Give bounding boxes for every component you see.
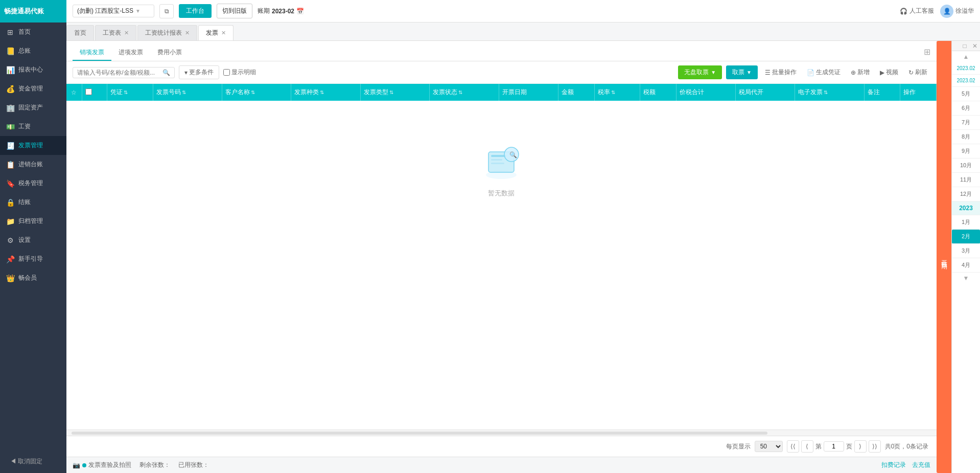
col-电子发票[interactable]: 电子发票⇅	[795, 84, 864, 101]
month-2023-4[interactable]: 4月	[952, 258, 980, 273]
month-7[interactable]: 7月	[952, 116, 980, 130]
sidebar-item-archive[interactable]: 📁归档管理	[0, 212, 66, 231]
calendar-icon[interactable]: 📅	[296, 8, 304, 15]
sidebar-item-purchase[interactable]: 📋进销台账	[0, 155, 66, 174]
next-page-btn[interactable]: ⟩	[854, 440, 867, 453]
page-input[interactable]	[824, 441, 844, 452]
page-total: 共0页，0条记录	[885, 442, 928, 451]
home-icon: ⊞	[6, 28, 14, 36]
company-selector[interactable]: (勿删) 江西股宝-LSS ▼	[73, 5, 154, 17]
archive-icon: 📁	[6, 217, 14, 226]
col-凭证[interactable]: 凭证⇅	[107, 84, 153, 101]
fee-record-link[interactable]: 扣费记录	[881, 461, 906, 469]
tab-工资统计报表[interactable]: 工资统计报表✕	[137, 25, 197, 40]
copy-btn[interactable]: ⧉	[159, 4, 174, 18]
logo-text: 畅捷通易代账	[4, 7, 44, 16]
workbench-button[interactable]: 工作台	[179, 4, 212, 18]
tab-close-icon[interactable]: ✕	[185, 30, 190, 36]
month-8[interactable]: 8月	[952, 130, 980, 144]
batch-op-btn[interactable]: ☰ 批量操作	[762, 66, 800, 79]
tab-close-icon[interactable]: ✕	[221, 30, 226, 36]
used-label: 已用张数：	[178, 461, 209, 469]
new-icon: ⊕	[851, 69, 856, 76]
col-发票类型[interactable]: 发票类型⇅	[360, 84, 429, 101]
col-发票状态[interactable]: 发票状态⇅	[430, 84, 499, 101]
prev-page-btn[interactable]: ⟨	[801, 440, 813, 453]
no-reconcile-btn[interactable]: 无盘取票 ▼	[678, 65, 722, 79]
month-5[interactable]: 5月	[952, 87, 980, 101]
month-2023-3[interactable]: 3月	[952, 244, 980, 258]
maximize-icon[interactable]: □	[960, 41, 970, 51]
month-9[interactable]: 9月	[952, 144, 980, 159]
date-entry-2[interactable]: 2023.02	[952, 75, 980, 87]
avatar: 👤	[940, 5, 953, 18]
recharge-link[interactable]: 去充值	[912, 461, 930, 469]
tab-发票[interactable]: 发票✕	[198, 25, 234, 40]
sidebar-item-home[interactable]: ⊞首页	[0, 22, 66, 41]
period-info: 账期 2023-02 📅	[258, 7, 304, 15]
pin-sidebar-btn[interactable]: ◀ 取消固定	[4, 454, 62, 469]
scroll-up-btn[interactable]: ▲	[952, 51, 980, 62]
filter-icon: ▾	[184, 69, 188, 76]
filter-btn[interactable]: ▾ 更多条件	[179, 65, 219, 79]
tab-工资表[interactable]: 工资表✕	[95, 25, 136, 40]
sidebar-item-closing[interactable]: 🔒结账	[0, 193, 66, 212]
pagination: 每页显示 102050100 ⟨⟨ ⟨ 第 页 ⟩ ⟩⟩ 共0页，0条记录	[66, 436, 937, 457]
sidebar-item-settings[interactable]: ⚙设置	[0, 231, 66, 250]
tab-首页[interactable]: 首页	[66, 25, 94, 40]
filter-label: 更多条件	[189, 68, 214, 77]
avatar-text: 👤	[943, 8, 951, 15]
open-date-btn[interactable]: 开账日期	[937, 41, 951, 473]
switch-version-button[interactable]: 切到旧版	[217, 4, 252, 18]
col-客户名称[interactable]: 客户名称⇅	[222, 84, 291, 101]
horizontal-scroll[interactable]	[66, 430, 937, 436]
new-btn[interactable]: ⊕ 新增	[848, 66, 873, 79]
sidebar-item-assets[interactable]: 🏢固定资产	[0, 98, 66, 117]
sidebar-item-report[interactable]: 📊报表中心	[0, 60, 66, 79]
get-ticket-btn[interactable]: 取票 ▼	[726, 65, 758, 79]
month-2023-1[interactable]: 1月	[952, 215, 980, 230]
sidebar-item-cashflow[interactable]: 💰资金管理	[0, 79, 66, 98]
month-2023-2[interactable]: 2月	[952, 230, 980, 244]
col-税率[interactable]: 税率⇅	[594, 84, 640, 101]
sidebar-item-member[interactable]: 👑畅会员	[0, 268, 66, 287]
video-btn[interactable]: ▶ 视频	[877, 66, 901, 79]
sidebar-item-ledger[interactable]: 📒总账	[0, 41, 66, 60]
sidebar-item-salary[interactable]: 💵工资	[0, 117, 66, 136]
per-page-select[interactable]: 102050100	[755, 441, 783, 452]
first-page-btn[interactable]: ⟨⟨	[787, 440, 799, 453]
col-备注: 备注	[864, 84, 900, 101]
member-label: 畅会员	[18, 274, 37, 282]
close-date-panel-btn[interactable]: ✕	[970, 41, 980, 51]
col-发票种类[interactable]: 发票种类⇅	[291, 84, 360, 101]
refresh-btn[interactable]: ↻ 刷新	[905, 66, 930, 79]
generate-voucher-btn[interactable]: 📄 生成凭证	[804, 66, 844, 79]
user-menu[interactable]: 👤 徐溢华	[940, 5, 974, 18]
tab-close-icon[interactable]: ✕	[124, 30, 129, 36]
show-detail-checkbox[interactable]: 显示明细	[223, 68, 256, 77]
search-input[interactable]	[77, 69, 162, 76]
sub-tab-销项发票[interactable]: 销项发票	[73, 45, 111, 61]
support-btn[interactable]: 🎧 人工客服	[900, 7, 934, 15]
select-all-checkbox[interactable]	[85, 88, 92, 95]
sub-tab-进项发票[interactable]: 进项发票	[111, 45, 150, 61]
col-价税合计: 价税合计	[676, 84, 735, 101]
grid-view-icon[interactable]: ⊞	[924, 47, 930, 57]
tabs-bar: 首页工资表✕工资统计报表✕发票✕	[66, 22, 980, 41]
col-发票号码[interactable]: 发票号码⇅	[153, 84, 222, 101]
last-page-btn[interactable]: ⟩⟩	[869, 440, 881, 453]
date-entry-1[interactable]: 2023.02	[952, 62, 980, 75]
month-11[interactable]: 11月	[952, 173, 980, 187]
sub-tab-费用小票[interactable]: 费用小票	[150, 45, 189, 61]
month-6[interactable]: 6月	[952, 101, 980, 116]
scroll-down-btn[interactable]: ▼	[952, 273, 980, 284]
search-box[interactable]: 🔍	[73, 67, 175, 78]
month-10[interactable]: 10月	[952, 159, 980, 173]
sidebar-item-guide[interactable]: 📌新手引导	[0, 250, 66, 268]
sidebar-item-invoice[interactable]: 🧾发票管理	[0, 136, 66, 155]
show-detail-input[interactable]	[223, 69, 230, 76]
closing-label: 结账	[18, 198, 31, 207]
new-label: 新增	[857, 68, 870, 77]
month-12[interactable]: 12月	[952, 187, 980, 201]
sidebar-item-tax[interactable]: 🔖税务管理	[0, 174, 66, 193]
